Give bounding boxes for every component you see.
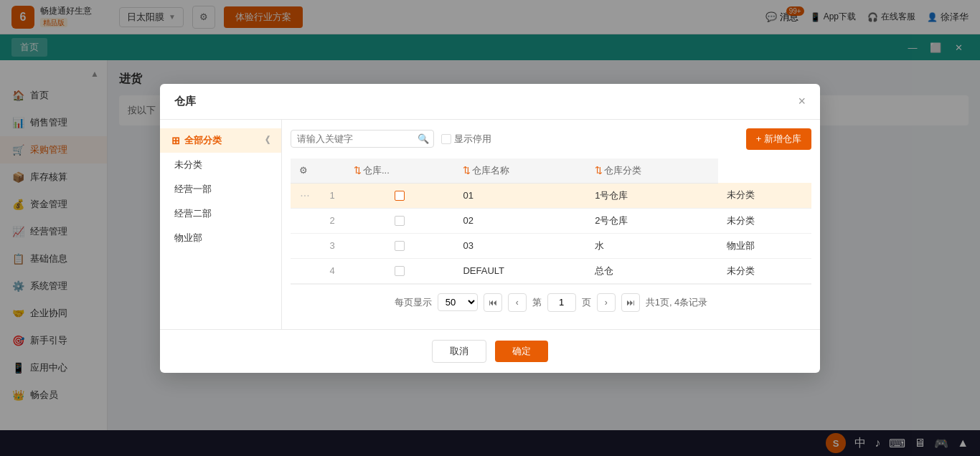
add-warehouse-button[interactable]: + 新增仓库 bbox=[746, 128, 811, 150]
category-item-property[interactable]: 物业部 bbox=[160, 226, 281, 250]
sort-icon-category: ⇅ bbox=[595, 165, 603, 176]
category-all-item[interactable]: ⊞ 全部分类 《 bbox=[160, 128, 281, 153]
pagination: 每页显示 50 100 200 ⏮ ‹ 第 页 › ⏭ 共1页, 4条记录 bbox=[291, 284, 811, 320]
table-row[interactable]: 4 DEFAULT 总仓 未分类 bbox=[291, 258, 811, 283]
last-page-btn[interactable]: ⏭ bbox=[621, 293, 640, 312]
search-icon[interactable]: 🔍 bbox=[418, 133, 429, 144]
row-category-cell: 未分类 bbox=[718, 183, 811, 208]
modal-header: 仓库 × bbox=[160, 84, 820, 120]
row-settings-cell: ··· bbox=[291, 183, 319, 208]
cancel-button[interactable]: 取消 bbox=[432, 340, 486, 363]
row-num-cell: 2 bbox=[319, 208, 345, 233]
th-name: ⇅仓库名称 bbox=[454, 158, 586, 184]
table-panel: 🔍 显示停用 + 新增仓库 ⚙ bbox=[282, 120, 820, 329]
search-box: 🔍 bbox=[291, 130, 434, 148]
row-code-cell: 01 bbox=[454, 183, 586, 208]
table-scroll-area: ⚙ ⇅仓库... ⇅仓库名称 ⇅仓库分类 bbox=[291, 158, 811, 284]
row-code-cell: 02 bbox=[454, 208, 586, 233]
row-num-cell: 4 bbox=[319, 258, 345, 283]
warehouse-modal: 仓库 × ⊞ 全部分类 《 未分类 经营一部 经营二部 物业部 bbox=[160, 84, 820, 373]
show-disabled-label: 显示停用 bbox=[454, 133, 491, 146]
th-checkbox bbox=[319, 158, 345, 184]
row-name-cell: 1号仓库 bbox=[586, 183, 718, 208]
warehouse-table: ⚙ ⇅仓库... ⇅仓库名称 ⇅仓库分类 bbox=[291, 158, 811, 284]
category-item-ops2[interactable]: 经营二部 bbox=[160, 201, 281, 226]
table-row[interactable]: 2 02 2号仓库 未分类 bbox=[291, 208, 811, 233]
page-number-input[interactable] bbox=[547, 293, 576, 312]
table-body: ··· 1 01 1号仓库 未分类 2 02 2号仓库 未分类 3 03 水 bbox=[291, 183, 811, 283]
page-unit: 页 bbox=[582, 296, 591, 309]
per-page-select[interactable]: 50 100 200 bbox=[438, 293, 478, 311]
row-num-cell: 1 bbox=[319, 183, 345, 208]
table-row[interactable]: 3 03 水 物业部 bbox=[291, 233, 811, 258]
toolbar: 🔍 显示停用 + 新增仓库 bbox=[291, 128, 811, 150]
th-code: ⇅仓库... bbox=[345, 158, 454, 184]
per-page-label: 每页显示 bbox=[395, 296, 432, 309]
row-settings-cell bbox=[291, 208, 319, 233]
first-page-btn[interactable]: ⏮ bbox=[484, 293, 502, 312]
category-panel: ⊞ 全部分类 《 未分类 经营一部 经营二部 物业部 bbox=[160, 120, 282, 329]
row-category-cell: 物业部 bbox=[718, 233, 811, 258]
row-settings-cell bbox=[291, 233, 319, 258]
page-label-no: 第 bbox=[532, 296, 542, 309]
modal-footer: 取消 确定 bbox=[160, 329, 820, 373]
modal-close-button[interactable]: × bbox=[798, 94, 806, 109]
grid-icon: ⊞ bbox=[171, 135, 180, 146]
row-name-cell: 水 bbox=[586, 233, 718, 258]
row-cb-cell[interactable] bbox=[345, 233, 454, 258]
sort-icon-code: ⇅ bbox=[354, 165, 362, 176]
modal-body: ⊞ 全部分类 《 未分类 经营一部 经营二部 物业部 🔍 bbox=[160, 120, 820, 329]
row-cb-cell[interactable] bbox=[345, 258, 454, 283]
row-settings-cell bbox=[291, 258, 319, 283]
total-info: 共1页, 4条记录 bbox=[646, 296, 708, 309]
row-category-cell: 未分类 bbox=[718, 208, 811, 233]
row-category-cell: 未分类 bbox=[718, 258, 811, 283]
table-header-row: ⚙ ⇅仓库... ⇅仓库名称 ⇅仓库分类 bbox=[291, 158, 811, 184]
search-input[interactable] bbox=[297, 133, 418, 144]
category-item-unclassified[interactable]: 未分类 bbox=[160, 153, 281, 177]
row-name-cell: 2号仓库 bbox=[586, 208, 718, 233]
table-row[interactable]: ··· 1 01 1号仓库 未分类 bbox=[291, 183, 811, 208]
confirm-button[interactable]: 确定 bbox=[495, 341, 548, 362]
row-code-cell: DEFAULT bbox=[454, 258, 586, 283]
row-cb-cell[interactable] bbox=[345, 208, 454, 233]
row-code-cell: 03 bbox=[454, 233, 586, 258]
next-page-btn[interactable]: › bbox=[597, 293, 616, 312]
row-cb-cell[interactable] bbox=[345, 183, 454, 208]
category-all-label: 全部分类 bbox=[184, 134, 222, 147]
show-disabled-checkbox[interactable] bbox=[441, 134, 451, 144]
modal-title: 仓库 bbox=[174, 95, 196, 108]
th-gear: ⚙ bbox=[291, 158, 319, 184]
th-category: ⇅仓库分类 bbox=[586, 158, 718, 184]
modal-overlay[interactable]: 仓库 × ⊞ 全部分类 《 未分类 经营一部 经营二部 物业部 bbox=[0, 0, 980, 456]
row-num-cell: 3 bbox=[319, 233, 345, 258]
prev-page-btn[interactable]: ‹ bbox=[508, 293, 527, 312]
category-collapse-btn[interactable]: 《 bbox=[260, 134, 270, 147]
category-item-ops1[interactable]: 经营一部 bbox=[160, 177, 281, 201]
sort-icon-name: ⇅ bbox=[463, 165, 471, 176]
row-name-cell: 总仓 bbox=[586, 258, 718, 283]
show-disabled-toggle[interactable]: 显示停用 bbox=[441, 133, 491, 146]
